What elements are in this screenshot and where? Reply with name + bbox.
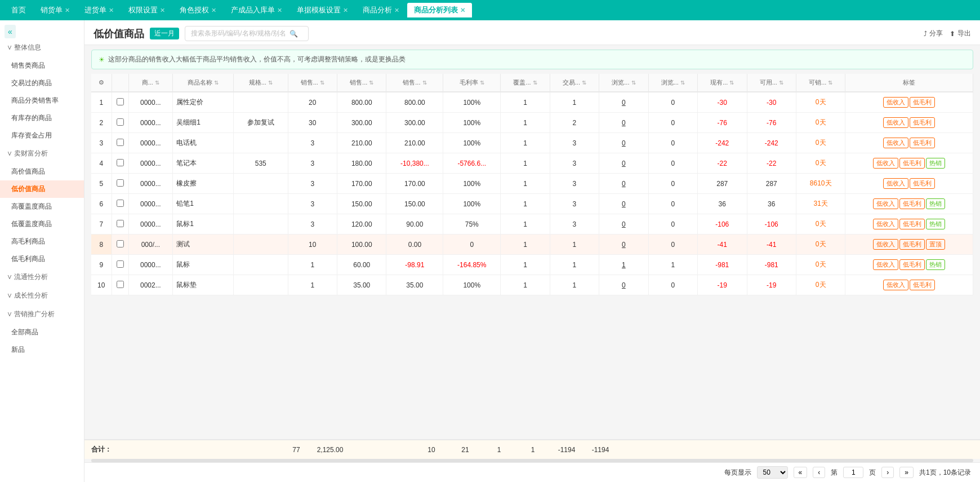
gross-margin-column-header[interactable]: 毛利率 ⇅ bbox=[443, 74, 501, 92]
row-checkbox-cell bbox=[112, 174, 128, 194]
nav-product-analysis-list[interactable]: 商品分析列表✕ bbox=[407, 3, 472, 17]
nav-product-analysis[interactable]: 商品分析✕ bbox=[356, 3, 406, 17]
row-gross-margin: 100% bbox=[443, 92, 501, 113]
row-checkbox[interactable] bbox=[117, 240, 124, 247]
row-browse1[interactable]: 0 bbox=[599, 174, 648, 194]
settings-column-header[interactable]: ⚙ bbox=[91, 74, 112, 92]
sidebar-collapse-button[interactable]: « bbox=[5, 25, 16, 38]
row-browse1[interactable]: 0 bbox=[599, 92, 648, 113]
row-sale-amount: 170.00 bbox=[337, 174, 386, 194]
saleable-stock-column-header[interactable]: 可销... ⇅ bbox=[796, 74, 845, 92]
share-icon: ⤴ bbox=[924, 30, 927, 38]
close-icon[interactable]: ✕ bbox=[160, 7, 165, 14]
nav-role[interactable]: 角色授权✕ bbox=[173, 3, 223, 17]
sidebar-group-overview[interactable]: ∨ 整体信息 bbox=[0, 38, 84, 57]
close-icon[interactable]: ✕ bbox=[343, 7, 348, 14]
sidebar-item-high-profit[interactable]: 高毛利商品 bbox=[0, 233, 84, 250]
share-button[interactable]: ⤴ 分享 bbox=[924, 29, 943, 38]
row-coverage: 1 bbox=[501, 214, 550, 235]
nav-home[interactable]: 首页 bbox=[5, 3, 33, 17]
sidebar-item-traded-products[interactable]: 交易过的商品 bbox=[0, 74, 84, 92]
sidebar-item-high-coverage[interactable]: 高覆盖度商品 bbox=[0, 198, 84, 215]
trade-column-header[interactable]: 交易... ⇅ bbox=[550, 74, 599, 92]
first-page-button[interactable]: « bbox=[794, 467, 808, 478]
row-current-stock: -22 bbox=[698, 153, 747, 174]
row-gross-margin: 100% bbox=[443, 113, 501, 133]
footer-sale-qty: 77 bbox=[279, 446, 313, 454]
coverage-column-header[interactable]: 覆盖... ⇅ bbox=[501, 74, 550, 92]
row-checkbox[interactable] bbox=[117, 220, 124, 227]
name-column-header[interactable]: 商品名称 ⇅ bbox=[173, 74, 234, 92]
date-badge[interactable]: 近一月 bbox=[150, 28, 179, 39]
last-page-button[interactable]: » bbox=[899, 467, 914, 478]
sidebar-item-stock-products[interactable]: 有库存的商品 bbox=[0, 109, 84, 127]
close-icon[interactable]: ✕ bbox=[211, 7, 216, 14]
sidebar-item-new-products[interactable]: 新品 bbox=[0, 341, 84, 359]
code-column-header[interactable]: 商... ⇅ bbox=[128, 74, 173, 92]
row-browse1[interactable]: 0 bbox=[599, 153, 648, 174]
close-icon[interactable]: ✕ bbox=[109, 7, 114, 14]
row-checkbox[interactable] bbox=[117, 159, 124, 166]
export-button[interactable]: ⬆ 导出 bbox=[950, 29, 971, 38]
row-browse1[interactable]: 0 bbox=[599, 275, 648, 295]
sidebar-group-circulation[interactable]: ∨ 流通性分析 bbox=[0, 268, 84, 286]
sidebar-item-sales-products[interactable]: 销售类商品 bbox=[0, 57, 84, 74]
search-icon[interactable]: 🔍 bbox=[289, 30, 298, 38]
page-number-input[interactable] bbox=[843, 467, 863, 478]
sidebar-item-low-profit[interactable]: 低毛利商品 bbox=[0, 250, 84, 268]
sale-qty-column-header[interactable]: 销售... ⇅ bbox=[288, 74, 337, 92]
sale-amount-column-header[interactable]: 销售... ⇅ bbox=[337, 74, 386, 92]
close-icon[interactable]: ✕ bbox=[65, 7, 70, 14]
close-icon[interactable]: ✕ bbox=[394, 7, 399, 14]
sale-profit-column-header[interactable]: 销售... ⇅ bbox=[386, 74, 443, 92]
nav-sales[interactable]: 销货单✕ bbox=[34, 3, 77, 17]
browse1-column-header[interactable]: 浏览... ⇅ bbox=[599, 74, 648, 92]
row-browse1[interactable]: 0 bbox=[599, 133, 648, 153]
row-checkbox[interactable] bbox=[117, 281, 124, 288]
pagination-bar: 每页显示 50 100 200 « ‹ 第 页 › » 共1页，10条记录 bbox=[84, 462, 980, 482]
row-trade: 2 bbox=[550, 113, 599, 133]
nav-product-in[interactable]: 产成品入库单✕ bbox=[224, 3, 289, 17]
row-no: 10 bbox=[91, 275, 112, 295]
row-browse1[interactable]: 1 bbox=[599, 255, 648, 275]
sidebar-group-wealth[interactable]: ∨ 卖财富分析 bbox=[0, 144, 84, 163]
nav-permission[interactable]: 权限设置✕ bbox=[122, 3, 172, 17]
sidebar-group-marketing[interactable]: ∨ 营销推广分析 bbox=[0, 305, 84, 324]
footer-browse2: 1 bbox=[516, 446, 550, 454]
sidebar-item-high-value[interactable]: 高价值商品 bbox=[0, 163, 84, 180]
close-icon[interactable]: ✕ bbox=[277, 7, 282, 14]
nav-purchase[interactable]: 进货单✕ bbox=[78, 3, 121, 17]
sidebar-item-category-sales-rate[interactable]: 商品分类销售率 bbox=[0, 92, 84, 109]
per-page-select[interactable]: 50 100 200 bbox=[757, 466, 788, 479]
close-icon[interactable]: ✕ bbox=[460, 7, 465, 14]
row-trade: 3 bbox=[550, 174, 599, 194]
prev-page-button[interactable]: ‹ bbox=[813, 467, 825, 478]
next-page-button[interactable]: › bbox=[881, 467, 894, 478]
row-checkbox[interactable] bbox=[117, 179, 124, 187]
nav-template[interactable]: 单据模板设置✕ bbox=[290, 3, 355, 17]
sidebar-item-low-value[interactable]: 低价值商品 bbox=[0, 180, 84, 198]
row-checkbox[interactable] bbox=[117, 118, 124, 126]
search-box[interactable]: 搜索条形码/编码/名称/规格/别名 🔍 bbox=[185, 26, 309, 41]
sidebar-group-growth[interactable]: ∨ 成长性分析 bbox=[0, 286, 84, 305]
sidebar-item-all-products[interactable]: 全部商品 bbox=[0, 324, 84, 341]
row-checkbox[interactable] bbox=[117, 98, 124, 105]
row-browse1[interactable]: 0 bbox=[599, 113, 648, 133]
current-stock-column-header[interactable]: 现有... ⇅ bbox=[698, 74, 747, 92]
row-checkbox[interactable] bbox=[117, 260, 124, 268]
available-stock-column-header[interactable]: 可用... ⇅ bbox=[747, 74, 796, 92]
row-checkbox[interactable] bbox=[117, 200, 124, 207]
row-sale-qty: 3 bbox=[288, 153, 337, 174]
browse2-column-header[interactable]: 浏览... ⇅ bbox=[648, 74, 697, 92]
row-browse1[interactable]: 0 bbox=[599, 214, 648, 235]
sidebar-item-stock-capital[interactable]: 库存资金占用 bbox=[0, 127, 84, 144]
row-checkbox[interactable] bbox=[117, 139, 124, 146]
row-browse1[interactable]: 0 bbox=[599, 235, 648, 255]
tag: 低毛利 bbox=[910, 138, 935, 148]
spec-column-header[interactable]: 规格... ⇅ bbox=[233, 74, 288, 92]
row-trade: 1 bbox=[550, 275, 599, 295]
sidebar-item-low-coverage[interactable]: 低覆盖度商品 bbox=[0, 215, 84, 233]
row-gross-margin: 75% bbox=[443, 214, 501, 235]
row-no: 3 bbox=[91, 133, 112, 153]
row-browse1[interactable]: 0 bbox=[599, 194, 648, 214]
